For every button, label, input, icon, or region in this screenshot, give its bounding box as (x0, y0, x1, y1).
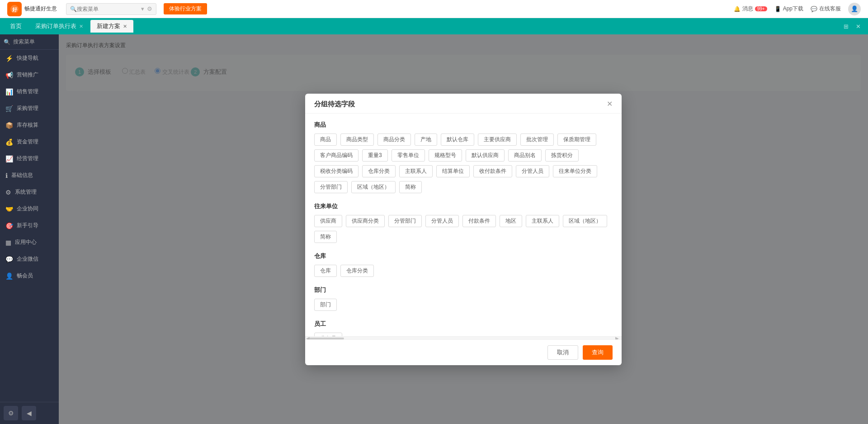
tag-goods-category[interactable]: 商品分类 (377, 133, 411, 146)
tab-new-plan[interactable]: 新建方案 ✕ (90, 20, 133, 33)
header-search[interactable]: 🔍 ▾ ⚙ (66, 3, 156, 15)
online-service-item[interactable]: 💬 在线客服 (811, 5, 841, 13)
section-warehouse: 仓库 仓库 仓库分类 (314, 252, 613, 277)
tag-partner-payment-terms[interactable]: 付款条件 (462, 215, 496, 227)
tag-goods-main-supplier[interactable]: 主要供应商 (478, 133, 517, 146)
tag-goods-weight[interactable]: 重量3 (362, 149, 388, 162)
modal-body: 商品 商品 商品类型 商品分类 产地 默认仓库 主要供应商 批次管理 保质期管理… (305, 114, 622, 337)
dept-tags: 部门 (314, 299, 613, 311)
more-tabs-btn[interactable]: ✕ (852, 23, 864, 30)
tag-goods-dept[interactable]: 分管部门 (314, 181, 348, 193)
sidebar-item-member[interactable]: 👤 畅会员 (0, 267, 59, 284)
modal-close-btn[interactable]: ✕ (607, 100, 613, 108)
system-icon: ⚙ (5, 189, 11, 196)
tab-purchase-close[interactable]: ✕ (79, 24, 83, 29)
tag-partner-dept[interactable]: 分管部门 (388, 215, 422, 227)
member-icon: 👤 (5, 272, 13, 280)
cancel-button[interactable]: 取消 (547, 345, 578, 360)
tag-goods-region[interactable]: 区域（地区） (351, 181, 396, 193)
tab-new-plan-label: 新建方案 (97, 22, 120, 30)
sidebar-settings-btn[interactable]: ⚙ (4, 406, 18, 420)
header-right: 🔔 消息 99+ 📱 App下载 💬 在线客服 👤 (734, 3, 861, 15)
tag-goods-settlement-unit[interactable]: 结算单位 (436, 165, 470, 177)
sidebar-item-operations[interactable]: 📈 经营管理 (0, 150, 59, 167)
field-selection-modal: 分组待选字段 ✕ 商品 商品 商品类型 商品分类 产地 默认仓库 主要供应商 (305, 94, 622, 365)
sidebar-item-quick-nav-label: 快捷导航 (17, 54, 38, 62)
tag-goods-default-supplier[interactable]: 默认供应商 (466, 149, 505, 162)
search-input[interactable] (77, 6, 131, 12)
section-dept-title: 部门 (314, 286, 613, 294)
tag-goods-retail-unit[interactable]: 零售单位 (392, 149, 425, 162)
tag-dept-name[interactable]: 部门 (314, 299, 337, 311)
sidebar-search[interactable]: 🔍 搜索菜单 (0, 34, 59, 50)
sidebar-item-marketing[interactable]: 📢 营销推广 (0, 67, 59, 83)
section-dept: 部门 部门 (314, 286, 613, 311)
tag-partner-region[interactable]: 地区 (500, 215, 522, 227)
sidebar-item-marketing-label: 营销推广 (17, 71, 38, 79)
main-layout: 🔍 搜索菜单 ⚡ 快捷导航 📢 营销推广 📊 销售管理 🛒 采购管理 📦 库存核… (0, 34, 868, 424)
sidebar-item-quick-nav[interactable]: ⚡ 快捷导航 (0, 50, 59, 67)
hscrollbar-left-arrow[interactable]: ◀ (306, 337, 310, 339)
sidebar-item-guide-label: 新手引导 (17, 222, 38, 229)
sidebar-item-system[interactable]: ⚙ 系统管理 (0, 184, 59, 200)
avatar[interactable]: 👤 (848, 3, 861, 15)
tag-partner-supplier-category[interactable]: 供应商分类 (346, 215, 385, 227)
online-service-label: 在线客服 (819, 5, 841, 13)
tag-warehouse-category[interactable]: 仓库分类 (340, 265, 374, 277)
tag-goods-warehouse-category[interactable]: 仓库分类 (362, 165, 396, 177)
tag-partner-supplier[interactable]: 供应商 (314, 215, 342, 227)
tab-home[interactable]: 首页 (4, 20, 28, 33)
tag-goods-product[interactable]: 商品 (314, 133, 337, 146)
sidebar-item-operations-label: 经营管理 (17, 155, 38, 162)
tag-goods-short-name[interactable]: 简称 (399, 181, 422, 193)
sidebar-item-inventory-label: 库存核算 (17, 121, 38, 129)
confirm-button[interactable]: 查询 (583, 345, 613, 360)
tag-goods-default-warehouse[interactable]: 默认仓库 (441, 133, 474, 146)
expand-tabs-btn[interactable]: ⊞ (840, 23, 852, 30)
tag-partner-short-name[interactable]: 简称 (314, 231, 337, 243)
sidebar-item-enterprise-collab[interactable]: 🤝 企业协同 (0, 200, 59, 217)
sidebar-collapse-btn[interactable]: ◀ (22, 406, 36, 420)
tag-goods-type[interactable]: 商品类型 (340, 133, 374, 146)
settings-icon[interactable]: ⚙ (147, 5, 152, 12)
tag-goods-pick-points[interactable]: 拣货积分 (545, 149, 579, 162)
app-download-item[interactable]: 📱 App下载 (774, 5, 803, 13)
sidebar-item-purchase[interactable]: 🛒 采购管理 (0, 100, 59, 117)
employee-tags: 业务员 (314, 333, 613, 337)
tag-warehouse-name[interactable]: 仓库 (314, 265, 337, 277)
tag-partner-area[interactable]: 区域（地区） (563, 215, 607, 227)
modal-hscrollbar[interactable]: ▶ ◀ (305, 336, 622, 339)
tag-partner-contact[interactable]: 主联系人 (526, 215, 559, 227)
sidebar-item-sales-label: 销售管理 (17, 88, 38, 95)
wechat-icon: 💬 (5, 256, 13, 263)
tab-new-plan-close[interactable]: ✕ (123, 24, 127, 29)
tag-goods-manager[interactable]: 分管人员 (516, 165, 549, 177)
tag-goods-tax-code[interactable]: 税收分类编码 (314, 165, 359, 177)
hscrollbar-right-arrow[interactable]: ▶ (615, 337, 619, 339)
tag-goods-spec[interactable]: 规格型号 (429, 149, 462, 162)
tag-goods-alias[interactable]: 商品别名 (508, 149, 542, 162)
sidebar-item-inventory[interactable]: 📦 库存核算 (0, 117, 59, 133)
tag-employee-sales[interactable]: 业务员 (314, 333, 342, 337)
tab-purchase-order[interactable]: 采购订单执行表 ✕ (29, 20, 90, 33)
tag-goods-payment-terms[interactable]: 收付款条件 (473, 165, 512, 177)
sidebar-item-finance[interactable]: 💰 资金管理 (0, 133, 59, 150)
logo-area: 好 畅捷通好生意 (7, 2, 66, 16)
experience-btn[interactable]: 体验行业方案 (164, 3, 207, 14)
app-download-label: App下载 (783, 5, 803, 13)
tag-goods-batch[interactable]: 批次管理 (520, 133, 554, 146)
sidebar-item-guide[interactable]: 🎯 新手引导 (0, 217, 59, 234)
sidebar-item-wechat[interactable]: 💬 企业微信 (0, 251, 59, 267)
quick-nav-icon: ⚡ (5, 55, 13, 62)
sidebar-item-sales[interactable]: 📊 销售管理 (0, 83, 59, 100)
tag-goods-customer-code[interactable]: 客户商品编码 (314, 149, 359, 162)
sidebar-item-basic-info[interactable]: ℹ 基础信息 (0, 167, 59, 184)
tag-goods-shelf-life[interactable]: 保质期管理 (557, 133, 596, 146)
sidebar-item-app-center[interactable]: ▦ 应用中心 (0, 234, 59, 251)
sidebar-item-app-center-label: 应用中心 (15, 238, 37, 246)
tag-goods-contact[interactable]: 主联系人 (399, 165, 433, 177)
tag-goods-partner-category[interactable]: 往来单位分类 (553, 165, 597, 177)
tag-partner-manager[interactable]: 分管人员 (425, 215, 459, 227)
tag-goods-origin[interactable]: 产地 (415, 133, 437, 146)
notification-item[interactable]: 🔔 消息 99+ (734, 5, 767, 13)
